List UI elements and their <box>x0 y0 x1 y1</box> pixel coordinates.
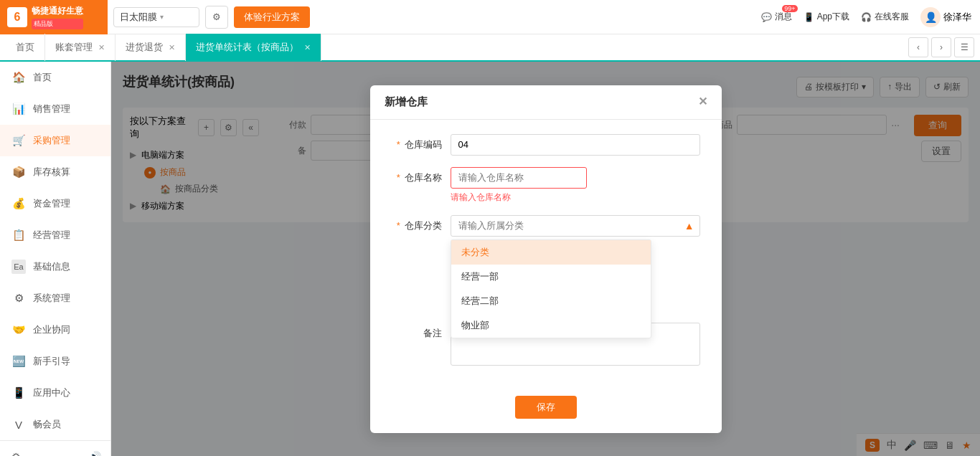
top-header: 6 畅捷通好生意 精品版 日太阳膜 ▾ ⚙ 体验行业方案 💬 99+ 消息 📱 … <box>0 0 980 34</box>
notification-badge: 99+ <box>782 5 797 12</box>
chevron-down-icon: ▾ <box>160 13 164 21</box>
dropdown-item-ops1[interactable]: 经营一部 <box>451 265 651 289</box>
modal-close-button[interactable]: ✕ <box>698 96 707 108</box>
name-label: * 仓库名称 <box>392 167 442 189</box>
code-label: * 仓库编码 <box>392 134 442 156</box>
tab-right-buttons: ‹ › ☰ <box>908 37 974 57</box>
sidebar-item-inventory[interactable]: 📦 库存核算 <box>0 156 110 188</box>
tab-close-purchase-stats[interactable]: ✕ <box>304 43 311 52</box>
tab-purchase-stats[interactable]: 进货单统计表（按商品） ✕ <box>186 34 321 61</box>
trial-button[interactable]: 体验行业方案 <box>234 6 310 28</box>
gear-icon: ⚙ <box>212 11 221 22</box>
modal-header: 新增仓库 ✕ <box>370 85 722 120</box>
sidebar-item-app[interactable]: 📱 应用中心 <box>0 377 110 409</box>
tab-close-purchase-return[interactable]: ✕ <box>169 43 175 52</box>
guide-icon: 🆕 <box>11 354 26 369</box>
header-right: 💬 99+ 消息 📱 App下载 🎧 在线客服 👤 徐泽华 <box>761 7 971 27</box>
logo-icon: 6 <box>7 7 27 27</box>
operations-icon: 📋 <box>11 228 26 242</box>
tab-prev-button[interactable]: ‹ <box>908 37 928 57</box>
message-button[interactable]: 💬 99+ 消息 <box>761 11 792 23</box>
sidebar-item-basic-info[interactable]: Ea 基础信息 <box>0 251 110 282</box>
code-form-row: * 仓库编码 <box>392 134 700 156</box>
system-icon: ⚙ <box>11 291 26 305</box>
main-layout: 🏠 首页 📊 销售管理 🛒 采购管理 📦 库存核算 💰 资金管理 📋 经营管理 … <box>0 62 980 456</box>
sidebar-item-operations[interactable]: 📋 经营管理 <box>0 219 110 251</box>
home-icon: 🏠 <box>11 70 26 85</box>
save-button[interactable]: 保存 <box>515 396 577 419</box>
phone-icon: 📱 <box>804 12 814 22</box>
content-area: 进货单统计(按商品) 🖨 按模板打印 ▾ ↑ 导出 ↺ 刷新 <box>111 62 980 456</box>
online-service-button[interactable]: 🎧 在线客服 <box>861 11 909 23</box>
category-select-wrapper: ▲ <box>451 215 700 237</box>
logo-area[interactable]: 6 畅捷通好生意 精品版 <box>0 0 108 34</box>
sidebar-item-guide[interactable]: 🆕 新手引导 <box>0 346 110 377</box>
settings-bottom-icon[interactable]: ⚙ <box>7 448 24 456</box>
volume-icon[interactable]: 🔊 <box>86 448 103 456</box>
store-selector[interactable]: 日太阳膜 ▾ <box>113 7 199 27</box>
sidebar-item-home[interactable]: 🏠 首页 <box>0 62 110 93</box>
new-warehouse-modal: 新增仓库 ✕ * 仓库编码 <box>370 85 722 433</box>
tab-account[interactable]: 账套管理 ✕ <box>45 34 116 61</box>
category-dropdown: 未分类 经营一部 经营二部 物业部 <box>451 239 651 338</box>
sidebar-item-system[interactable]: ⚙ 系统管理 <box>0 282 110 314</box>
vip-icon: V <box>11 417 26 432</box>
tab-home[interactable]: 首页 <box>6 34 45 61</box>
basic-info-icon: Ea <box>11 260 26 274</box>
sidebar-item-vip[interactable]: V 畅会员 <box>0 409 110 440</box>
sidebar-item-finance[interactable]: 💰 资金管理 <box>0 188 110 219</box>
sidebar-item-purchase[interactable]: 🛒 采购管理 <box>0 125 110 156</box>
chevron-up-icon[interactable]: ▲ <box>684 220 694 232</box>
dropdown-item-property[interactable]: 物业部 <box>451 313 651 338</box>
name-error-tip: 请输入仓库名称 <box>451 192 511 202</box>
name-error-container: 请输入仓库名称 <box>392 191 511 204</box>
avatar: 👤 <box>920 7 941 27</box>
category-form-row: * 仓库分类 ▲ 未分类 经营一部 经营二部 物业部 <box>392 215 700 237</box>
modal-body: * 仓库编码 * 仓库名称 <box>370 120 722 389</box>
tab-next-button[interactable]: › <box>931 37 951 57</box>
headset-icon: 🎧 <box>861 12 872 22</box>
user-area[interactable]: 👤 徐泽华 <box>920 7 971 27</box>
app-download-button[interactable]: 📱 App下载 <box>804 11 849 23</box>
sidebar-bottom: ⚙ 🔊 <box>0 440 110 456</box>
logo-text: 畅捷通好生意 精品版 <box>32 5 83 29</box>
sales-icon: 📊 <box>11 102 26 116</box>
tab-bar: 首页 账套管理 ✕ 进货退货 ✕ 进货单统计表（按商品） ✕ ‹ › ☰ <box>0 34 980 62</box>
category-label: * 仓库分类 <box>392 215 442 237</box>
modal-title: 新增仓库 <box>385 95 428 109</box>
message-icon: 💬 <box>761 12 772 22</box>
sidebar: 🏠 首页 📊 销售管理 🛒 采购管理 📦 库存核算 💰 资金管理 📋 经营管理 … <box>0 62 111 456</box>
tab-close-account[interactable]: ✕ <box>98 43 105 52</box>
name-input[interactable] <box>451 167 587 189</box>
finance-icon: 💰 <box>11 196 26 211</box>
gear-button[interactable]: ⚙ <box>205 6 228 29</box>
notes-label: 备注 <box>392 323 442 344</box>
inventory-icon: 📦 <box>11 165 26 179</box>
dropdown-item-uncategorized[interactable]: 未分类 <box>451 240 651 265</box>
category-input[interactable] <box>451 215 700 237</box>
purchase-icon: 🛒 <box>11 133 26 148</box>
dropdown-item-ops2[interactable]: 经营二部 <box>451 289 651 313</box>
modal-footer: 保存 <box>370 389 722 433</box>
tab-menu-button[interactable]: ☰ <box>954 37 974 57</box>
name-form-row: * 仓库名称 请输入仓库名称 <box>392 167 700 204</box>
code-input[interactable] <box>451 134 700 156</box>
modal-overlay: 新增仓库 ✕ * 仓库编码 <box>111 62 980 456</box>
sidebar-item-sales[interactable]: 📊 销售管理 <box>0 93 110 125</box>
sidebar-item-enterprise[interactable]: 🤝 企业协同 <box>0 314 110 346</box>
enterprise-icon: 🤝 <box>11 323 26 337</box>
app-icon: 📱 <box>11 386 26 400</box>
tab-purchase-return[interactable]: 进货退货 ✕ <box>116 34 186 61</box>
